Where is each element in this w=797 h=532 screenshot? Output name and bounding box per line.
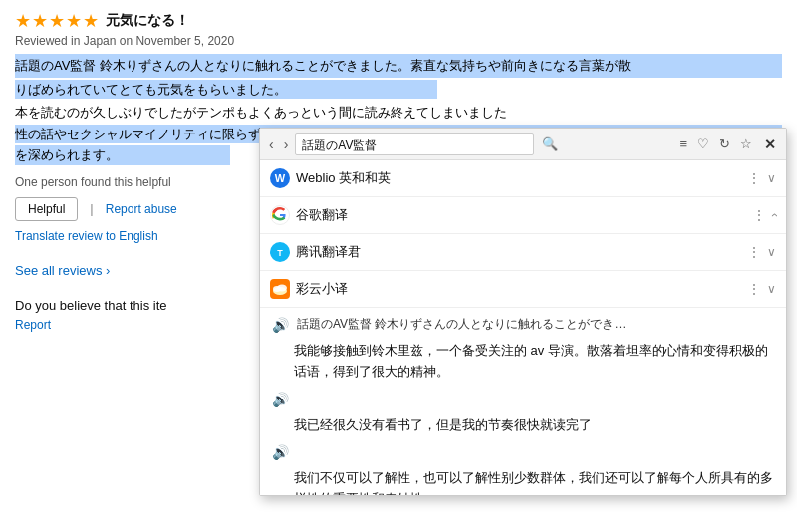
review-title: 元気になる！ — [106, 12, 189, 30]
result-block-1: 我能够接触到铃木里兹，一个备受关注的 av 导演。散落着坦率的心情和变得积极的话… — [272, 341, 774, 383]
speaker-icon-2[interactable]: 🔊 — [272, 392, 289, 407]
translator-tencent-header[interactable]: T 腾讯翻译君 ⋮ ∨ — [260, 234, 786, 270]
popup-title: 話題のAV監督 — [295, 133, 533, 155]
weblio-name: Weblio 英和和英 — [296, 169, 741, 187]
tencent-expand-icon[interactable]: ∨ — [767, 245, 776, 259]
weblio-menu-dots[interactable]: ⋮ — [747, 170, 761, 186]
speaker-icon-3[interactable]: 🔊 — [272, 444, 289, 460]
report-abuse-link[interactable]: Report abuse — [106, 202, 177, 216]
tencent-menu-dots[interactable]: ⋮ — [747, 244, 761, 260]
review-text-line2: りばめられていてとても元気をもらいました。 — [15, 80, 437, 100]
caiyun-results: 🔊 話題のAV監督 鈴木りずさんの人となりに触れることができ… 我能够接触到铃木… — [260, 307, 786, 495]
menu-icon-button[interactable]: ≡ — [677, 134, 689, 153]
star-rating: ★★★★★ — [15, 10, 100, 32]
refresh-icon-button[interactable]: ↻ — [717, 134, 732, 153]
caiyun-logo — [270, 279, 290, 299]
star-icon-button[interactable]: ☆ — [738, 134, 754, 153]
review-meta: Reviewed in Japan on November 5, 2020 — [15, 34, 782, 48]
helpful-button[interactable]: Helpful — [15, 197, 78, 221]
translator-tencent: T 腾讯翻译君 ⋮ ∨ — [260, 234, 786, 271]
weblio-logo: W — [270, 168, 290, 188]
result-block-3: 我们不仅可以了解性，也可以了解性别少数群体，我们还可以了解每个人所具有的多样性的… — [272, 468, 774, 495]
popup-body[interactable]: W Weblio 英和和英 ⋮ ∨ 谷歌翻译 ⋮ — [260, 160, 786, 495]
source-line-3: 🔊 — [272, 443, 774, 460]
review-text-line1: 話題のAV監督 鈴木りずさんの人となりに触れることができました。素直な気持ちや前… — [15, 54, 782, 78]
source-line-1: 🔊 話題のAV監督 鈴木りずさんの人となりに触れることができ… — [272, 316, 774, 333]
tencent-logo: T — [270, 242, 290, 262]
translator-weblio: W Weblio 英和和英 ⋮ ∨ — [260, 160, 786, 197]
result-block-2: 我已经很久没有看书了，但是我的节奏很快就读完了 — [272, 415, 774, 436]
source-text-1: 話題のAV監督 鈴木りずさんの人となりに触れることができ… — [297, 316, 626, 333]
google-menu-dots[interactable]: ⋮ — [752, 207, 766, 223]
popup-toolbar: ‹ › 話題のAV監督 🔍 ≡ ♡ ↻ ☆ ✕ — [260, 129, 786, 160]
back-button[interactable]: ‹ — [266, 134, 277, 154]
toolbar-icons: ≡ ♡ ↻ ☆ ✕ — [677, 134, 780, 154]
caiyun-menu-dots[interactable]: ⋮ — [747, 281, 761, 297]
result-text-1: 我能够接触到铃木里兹，一个备受关注的 av 导演。散落着坦率的心情和变得积极的话… — [294, 343, 768, 379]
stars-row: ★★★★★ 元気になる！ — [15, 10, 782, 32]
review-text-line5: を深められます。 — [15, 145, 230, 165]
tencent-name: 腾讯翻译君 — [296, 243, 741, 261]
weblio-expand-icon[interactable]: ∨ — [767, 171, 776, 185]
translator-caiyun: 彩云小译 ⋮ ∨ 🔊 話題のAV監督 鈴木りずさんの人となりに触れることができ…… — [260, 271, 786, 495]
review-text-line3: 本を読むのが久しぶりでしたがテンポもよくあっという間に読み終えてしまいました — [15, 103, 782, 123]
translator-google-header[interactable]: 谷歌翻译 ⋮ › — [260, 197, 786, 233]
close-button[interactable]: ✕ — [760, 134, 780, 154]
caiyun-name: 彩云小译 — [296, 280, 741, 298]
source-line-2: 🔊 — [272, 391, 774, 407]
result-text-2: 我已经很久没有看书了，但是我的节奏很快就读完了 — [294, 417, 592, 432]
speaker-icon-1[interactable]: 🔊 — [272, 317, 289, 333]
svg-text:T: T — [277, 248, 283, 258]
forward-button[interactable]: › — [281, 134, 292, 154]
translator-weblio-header[interactable]: W Weblio 英和和英 ⋮ ∨ — [260, 160, 786, 196]
translation-popup: ‹ › 話題のAV監督 🔍 ≡ ♡ ↻ ☆ ✕ W Weblio 英和和英 ⋮ … — [259, 128, 787, 496]
bottom-report-link[interactable]: Report — [15, 318, 51, 332]
caiyun-expand-icon[interactable]: ∨ — [767, 282, 776, 296]
translator-google: 谷歌翻译 ⋮ › — [260, 197, 786, 234]
result-text-3: 我们不仅可以了解性，也可以了解性别少数群体，我们还可以了解每个人所具有的多样性的… — [294, 470, 773, 495]
svg-point-4 — [277, 285, 287, 292]
heart-icon-button[interactable]: ♡ — [695, 134, 711, 153]
google-name: 谷歌翻译 — [296, 206, 746, 224]
translator-caiyun-header[interactable]: 彩云小译 ⋮ ∨ — [260, 271, 786, 307]
search-icon[interactable]: 🔍 — [542, 136, 558, 151]
google-expand-icon[interactable]: › — [767, 213, 781, 217]
google-logo — [270, 205, 290, 225]
